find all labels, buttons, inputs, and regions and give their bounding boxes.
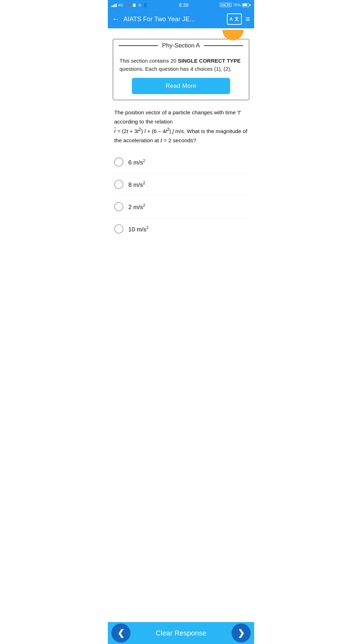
section-body: This section contains 20 SINGLE CORRECT … (113, 52, 249, 100)
signal-icon (111, 3, 117, 7)
user-icon: 👤 (143, 3, 148, 7)
question-equation: r = (2t + 3t2) î + (6 – 4t2) ĵ m/s. (114, 128, 187, 134)
radio-c[interactable] (114, 202, 123, 211)
question-text: The position vector of a particle change… (114, 108, 248, 145)
section-info-box: Phy-Section A This section contains 20 S… (113, 39, 249, 100)
option-a-label: 6 m/s2 (128, 159, 145, 166)
title-line-left (119, 45, 158, 46)
notification-icon: 📋 (132, 3, 137, 7)
section-description: This section contains 20 SINGLE CORRECT … (119, 57, 243, 73)
section-title-row: Phy-Section A (113, 39, 249, 52)
read-more-button[interactable]: Read More (132, 78, 230, 94)
radio-d[interactable] (114, 224, 123, 234)
question-area: The position vector of a particle change… (108, 105, 254, 145)
radio-a[interactable] (114, 157, 123, 167)
status-right: VoLTE 75% (220, 3, 251, 7)
option-c-label: 2 m/s2 (128, 203, 145, 211)
battery-icon (242, 3, 251, 7)
radio-b[interactable] (114, 180, 123, 189)
status-left: 4G Jio 📋 ⊙ 👤 (111, 3, 148, 7)
top-decoration (108, 28, 254, 39)
back-button[interactable]: ← (112, 15, 120, 24)
option-d[interactable]: 10 m/s2 (114, 218, 248, 240)
option-c[interactable]: 2 m/s2 (114, 196, 248, 218)
title-line-right (204, 45, 243, 46)
question-intro: The position vector of a particle change… (114, 109, 241, 125)
status-bar: 4G Jio 📋 ⊙ 👤 8:39 VoLTE 75% (108, 0, 254, 10)
options-container: 6 m/s2 8 m/s2 2 m/s2 10 m/s2 (108, 146, 254, 240)
menu-button[interactable]: ≡ (245, 15, 250, 24)
time-display: 8:39 (179, 2, 188, 8)
battery-percentage: 75% (233, 3, 241, 7)
option-a[interactable]: 6 m/s2 (114, 151, 248, 173)
option-b[interactable]: 8 m/s2 (114, 173, 248, 195)
option-b-label: 8 m/s2 (128, 181, 145, 189)
option-d-label: 10 m/s2 (128, 225, 148, 233)
carrier-label: Jio (125, 3, 130, 7)
translate-button[interactable]: A 文 (227, 13, 242, 25)
page-title: AIATS For Two Year JE... (123, 16, 223, 23)
section-title: Phy-Section A (158, 39, 204, 52)
circle-icon: ⊙ (138, 3, 141, 7)
volte-badge: VoLTE (220, 3, 232, 7)
navbar: ← AIATS For Two Year JE... A 文 ≡ (108, 10, 254, 28)
translate-icon: A 文 (229, 16, 240, 22)
network-label: 4G (118, 3, 123, 7)
